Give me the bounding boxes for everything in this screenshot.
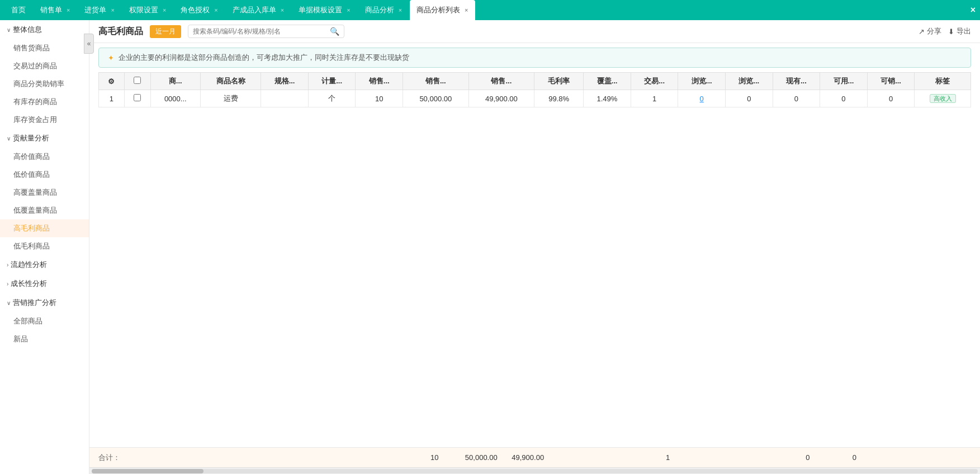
info-box: ✦ 企业的主要的利润都是这部分商品创造的，可考虑加大推广，同时关注库存是不要出现… (98, 48, 971, 68)
main-layout: ∨整体信息销售货商品交易过的商品商品分类助销率有库存的商品库存资金占用∨贡献量分… (0, 20, 980, 474)
close-tab-icon[interactable]: × (347, 7, 350, 13)
nav-item-商品分析列表[interactable]: 商品分析列表× (410, 0, 475, 20)
sidebar-item-label: 高毛利商品 (13, 224, 50, 232)
sidebar-group-整体信息[interactable]: ∨整体信息 (0, 20, 89, 39)
close-tab-icon[interactable]: × (163, 7, 166, 13)
nav-item-销售单[interactable]: 销售单× (34, 0, 77, 20)
sidebar-group-流趋性分析[interactable]: ›流趋性分析 (0, 255, 89, 274)
info-text: 企业的主要的利润都是这部分商品创造的，可考虑加大推广，同时关注库存是不要出现缺货 (119, 53, 409, 63)
footer-cell-8: 49,900.00 (505, 452, 551, 463)
col-header-tag[interactable]: 标签 (915, 73, 971, 90)
views1[interactable]: 0 (678, 90, 726, 107)
group-arrow-icon: ∨ (7, 135, 11, 142)
sidebar-item-库存资金占用[interactable]: 库存资金占用 (0, 111, 89, 129)
col-header-grossRate[interactable]: 毛利率 (534, 73, 584, 90)
export-label: 导出 (957, 26, 971, 36)
product-spec (261, 90, 309, 107)
sidebar-item-label: 高覆盖量商品 (13, 188, 57, 196)
sidebar-collapse-button[interactable]: « (84, 34, 94, 54)
sidebar-group-成长性分析[interactable]: ›成长性分析 (0, 274, 89, 293)
current-stock: 0 (773, 90, 820, 107)
nav-label: 销售单 (40, 5, 62, 15)
footer-cell-5 (364, 452, 411, 463)
footer-cell-2 (225, 452, 271, 463)
select-all-checkbox[interactable] (134, 77, 141, 84)
sidebar-item-新品[interactable]: 新品 (0, 330, 89, 348)
col-header-code[interactable]: 商... (150, 73, 200, 90)
col-header-settings[interactable]: ⚙ (99, 73, 125, 90)
nav-item-进货单[interactable]: 进货单× (78, 0, 121, 20)
saleable-stock: 0 (867, 90, 915, 107)
search-icon[interactable]: 🔍 (330, 27, 339, 36)
sale-profit: 49,900.00 (468, 90, 534, 107)
close-tab-icon[interactable]: × (399, 7, 402, 13)
group-label: 营销推广分析 (13, 298, 56, 308)
product-name: 运费 (200, 90, 261, 107)
col-header-current[interactable]: 现有... (773, 73, 820, 90)
sidebar-group-贡献量分析[interactable]: ∨贡献量分析 (0, 129, 89, 148)
product-tag[interactable]: 高收入 (915, 90, 971, 107)
close-tab-icon[interactable]: × (214, 7, 217, 13)
table-container[interactable]: ⚙商...商品名称规格...计量...销售...销售...销售...毛利率覆盖.… (89, 72, 980, 447)
available-stock: 0 (820, 90, 868, 107)
col-header-saleProfit[interactable]: 销售... (468, 73, 534, 90)
col-header-views2[interactable]: 浏览... (725, 73, 773, 90)
col-header-saleable[interactable]: 可销... (867, 73, 915, 90)
sidebar-item-高毛利商品[interactable]: 高毛利商品 (0, 219, 89, 237)
col-header-views1[interactable]: 浏览... (678, 73, 726, 90)
search-input[interactable] (193, 27, 328, 35)
time-filter-button[interactable]: 近一月 (150, 25, 181, 38)
nav-item-产成品入库单[interactable]: 产成品入库单× (226, 0, 291, 20)
sidebar-item-交易过的商品[interactable]: 交易过的商品 (0, 57, 89, 75)
nav-item-角色授权[interactable]: 角色授权× (174, 0, 224, 20)
col-header-saleAmount[interactable]: 销售... (403, 73, 469, 90)
sidebar-group-营销推广分析[interactable]: ∨营销推广分析 (0, 293, 89, 312)
sidebar-item-全部商品[interactable]: 全部商品 (0, 312, 89, 330)
col-header-available[interactable]: 可用... (820, 73, 868, 90)
sidebar-item-高覆盖量商品[interactable]: 高覆盖量商品 (0, 184, 89, 201)
horizontal-scrollbar[interactable] (89, 467, 980, 474)
close-tab-icon[interactable]: × (465, 7, 468, 13)
sidebar-item-低覆盖量商品[interactable]: 低覆盖量商品 (0, 201, 89, 219)
sidebar-item-商品分类助销率[interactable]: 商品分类助销率 (0, 75, 89, 93)
product-code: 0000... (150, 90, 200, 107)
export-button[interactable]: ⬇ 导出 (948, 26, 971, 36)
sidebar-item-label: 全部商品 (13, 317, 42, 325)
sidebar-item-低毛利商品[interactable]: 低毛利商品 (0, 237, 89, 255)
sale-amount: 50,000.00 (403, 90, 469, 107)
scrollbar-thumb[interactable] (92, 469, 203, 473)
nav-item-权限设置[interactable]: 权限设置× (122, 0, 173, 20)
sidebar-item-有库存的商品[interactable]: 有库存的商品 (0, 93, 89, 111)
share-button[interactable]: ↗ 分享 (919, 26, 941, 36)
content-area: 高毛利商品 近一月 🔍 ↗ 分享 ⬇ 导出 ✦ 企业的主要的利润都是这部分商品创… (89, 20, 980, 474)
row-checkbox[interactable] (134, 94, 141, 101)
close-tab-icon[interactable]: × (281, 7, 284, 13)
nav-item-商品分析[interactable]: 商品分析× (358, 0, 409, 20)
footer-cell-16 (878, 452, 924, 463)
footer-bar: 合计： 1050,000.0049,900.00100 (89, 447, 980, 467)
close-all-tabs[interactable]: × (970, 5, 976, 15)
footer-cell-7: 50,000.00 (458, 452, 504, 463)
col-header-spec[interactable]: 规格... (261, 73, 309, 90)
sidebar-item-高价值商品[interactable]: 高价值商品 (0, 148, 89, 166)
col-header-unit[interactable]: 计量... (308, 73, 356, 90)
nav-item-单据模板设置[interactable]: 单据模板设置× (292, 0, 357, 20)
footer-cell-4 (318, 452, 364, 463)
nav-item-首页[interactable]: 首页 (4, 0, 32, 20)
footer-label: 合计： (98, 453, 120, 463)
footer-values: 1050,000.0049,900.00100 (131, 452, 971, 463)
table-row: 10000...运费个1050,000.0049,900.0099.8%1.49… (99, 90, 971, 107)
group-label: 流趋性分析 (11, 260, 47, 270)
sidebar-item-销售货商品[interactable]: 销售货商品 (0, 39, 89, 57)
col-header-tradeTimes[interactable]: 交易... (631, 73, 678, 90)
col-header-coverage[interactable]: 覆盖... (584, 73, 631, 90)
col-header-name[interactable]: 商品名称 (200, 73, 261, 90)
col-header-saleQty[interactable]: 销售... (356, 73, 403, 90)
col-header-checkbox[interactable] (124, 73, 150, 90)
close-tab-icon[interactable]: × (67, 7, 70, 13)
nav-label: 角色授权 (181, 5, 210, 15)
close-tab-icon[interactable]: × (111, 7, 114, 13)
sidebar-item-低价值商品[interactable]: 低价值商品 (0, 166, 89, 184)
footer-cell-9 (551, 452, 598, 463)
sidebar-item-label: 商品分类助销率 (13, 79, 64, 88)
